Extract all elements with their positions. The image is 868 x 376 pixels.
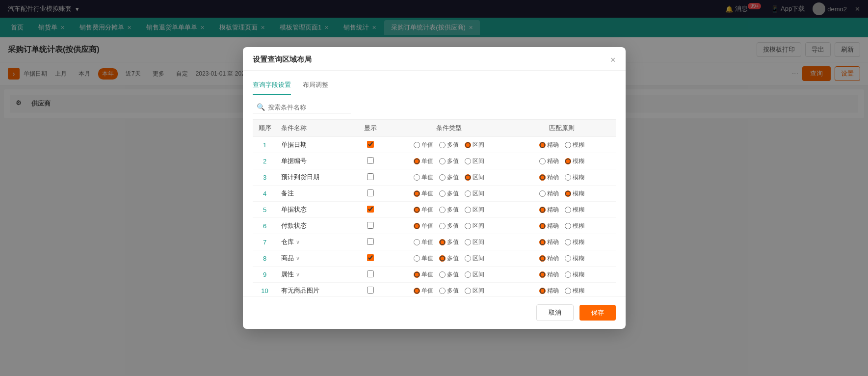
match-fuzzy-radio[interactable] [565, 288, 571, 294]
match-fuzzy-label[interactable]: 模糊 [565, 238, 584, 246]
row-display[interactable] [356, 141, 385, 149]
type-single-label[interactable]: 单值 [414, 270, 433, 279]
type-range-label[interactable]: 区间 [465, 287, 484, 295]
type-multi-label[interactable]: 多值 [439, 206, 459, 214]
match-exact-label[interactable]: 精确 [539, 189, 559, 198]
type-single-radio[interactable] [414, 174, 420, 181]
type-range-label[interactable]: 区间 [465, 173, 484, 182]
match-fuzzy-label[interactable]: 模糊 [565, 157, 584, 165]
match-fuzzy-radio[interactable] [565, 239, 571, 245]
type-multi-label[interactable]: 多值 [439, 189, 459, 198]
row-display[interactable] [356, 157, 385, 165]
type-single-radio[interactable] [414, 207, 420, 213]
type-range-label[interactable]: 区间 [465, 254, 484, 263]
type-single-label[interactable]: 单值 [414, 254, 433, 263]
match-exact-radio[interactable] [539, 239, 546, 245]
match-exact-radio[interactable] [539, 190, 546, 197]
search-input[interactable] [268, 104, 350, 111]
match-fuzzy-label[interactable]: 模糊 [565, 173, 584, 182]
match-exact-radio[interactable] [539, 142, 546, 148]
type-single-label[interactable]: 单值 [414, 238, 433, 246]
match-fuzzy-label[interactable]: 模糊 [565, 254, 584, 263]
cancel-button[interactable]: 取消 [536, 304, 574, 321]
row-display[interactable] [356, 287, 385, 295]
match-exact-label[interactable]: 精确 [539, 222, 559, 230]
match-fuzzy-label[interactable]: 模糊 [565, 287, 584, 295]
type-single-label[interactable]: 单值 [414, 287, 433, 295]
display-checkbox[interactable] [367, 173, 374, 180]
match-fuzzy-radio[interactable] [565, 142, 571, 148]
match-exact-label[interactable]: 精确 [539, 141, 559, 149]
display-checkbox[interactable] [367, 287, 374, 294]
save-button[interactable]: 保存 [579, 305, 616, 321]
display-checkbox[interactable] [367, 238, 374, 245]
type-multi-radio[interactable] [439, 223, 446, 229]
type-single-radio[interactable] [414, 158, 420, 164]
type-multi-radio[interactable] [439, 158, 446, 164]
type-multi-label[interactable]: 多值 [439, 157, 459, 165]
type-range-radio[interactable] [465, 174, 471, 181]
type-range-radio[interactable] [465, 271, 471, 278]
type-multi-label[interactable]: 多值 [439, 238, 459, 246]
type-range-radio[interactable] [465, 255, 471, 262]
match-exact-radio[interactable] [539, 223, 546, 229]
type-range-label[interactable]: 区间 [465, 270, 484, 279]
type-single-label[interactable]: 单值 [414, 189, 433, 198]
type-multi-radio[interactable] [439, 255, 446, 262]
display-checkbox[interactable] [367, 222, 374, 229]
display-checkbox[interactable] [367, 206, 374, 213]
match-exact-label[interactable]: 精确 [539, 173, 559, 182]
type-single-radio[interactable] [414, 288, 420, 294]
tab-field-settings[interactable]: 查询字段设置 [253, 77, 291, 95]
type-single-radio[interactable] [414, 255, 420, 262]
type-multi-label[interactable]: 多值 [439, 141, 459, 149]
match-fuzzy-label[interactable]: 模糊 [565, 189, 584, 198]
match-fuzzy-radio[interactable] [565, 271, 571, 278]
row-display[interactable] [356, 270, 385, 279]
type-multi-radio[interactable] [439, 288, 446, 294]
match-exact-label[interactable]: 精确 [539, 287, 559, 295]
type-multi-label[interactable]: 多值 [439, 270, 459, 279]
type-range-radio[interactable] [465, 239, 471, 245]
type-range-label[interactable]: 区间 [465, 157, 484, 165]
type-single-label[interactable]: 单值 [414, 222, 433, 230]
type-range-label[interactable]: 区间 [465, 222, 484, 230]
row-display[interactable] [356, 206, 385, 214]
type-multi-radio[interactable] [439, 271, 446, 278]
type-single-radio[interactable] [414, 190, 420, 197]
match-fuzzy-radio[interactable] [565, 190, 571, 197]
type-single-radio[interactable] [414, 271, 420, 278]
match-exact-radio[interactable] [539, 271, 546, 278]
type-range-label[interactable]: 区间 [465, 206, 484, 214]
tab-layout-adjust[interactable]: 布局调整 [303, 77, 328, 95]
type-single-radio[interactable] [414, 223, 420, 229]
match-exact-radio[interactable] [539, 158, 546, 164]
match-exact-radio[interactable] [539, 255, 546, 262]
type-multi-label[interactable]: 多值 [439, 173, 459, 182]
type-single-radio[interactable] [414, 142, 420, 148]
match-fuzzy-radio[interactable] [565, 255, 571, 262]
row-display[interactable] [356, 189, 385, 198]
match-exact-label[interactable]: 精确 [539, 206, 559, 214]
match-fuzzy-radio[interactable] [565, 158, 571, 164]
match-exact-label[interactable]: 精确 [539, 157, 559, 165]
display-checkbox[interactable] [367, 141, 374, 148]
type-single-label[interactable]: 单值 [414, 206, 433, 214]
match-exact-radio[interactable] [539, 174, 546, 181]
type-range-radio[interactable] [465, 190, 471, 197]
type-range-radio[interactable] [465, 223, 471, 229]
type-single-label[interactable]: 单值 [414, 141, 433, 149]
type-range-radio[interactable] [465, 288, 471, 294]
type-range-radio[interactable] [465, 142, 471, 148]
match-fuzzy-label[interactable]: 模糊 [565, 206, 584, 214]
display-checkbox[interactable] [367, 254, 374, 261]
type-range-radio[interactable] [465, 158, 471, 164]
row-display[interactable] [356, 254, 385, 263]
type-single-radio[interactable] [414, 239, 420, 245]
match-exact-label[interactable]: 精确 [539, 238, 559, 246]
type-range-radio[interactable] [465, 207, 471, 213]
match-fuzzy-radio[interactable] [565, 207, 571, 213]
dialog-close-btn[interactable]: × [610, 55, 616, 64]
type-multi-label[interactable]: 多值 [439, 222, 459, 230]
type-range-label[interactable]: 区间 [465, 141, 484, 149]
